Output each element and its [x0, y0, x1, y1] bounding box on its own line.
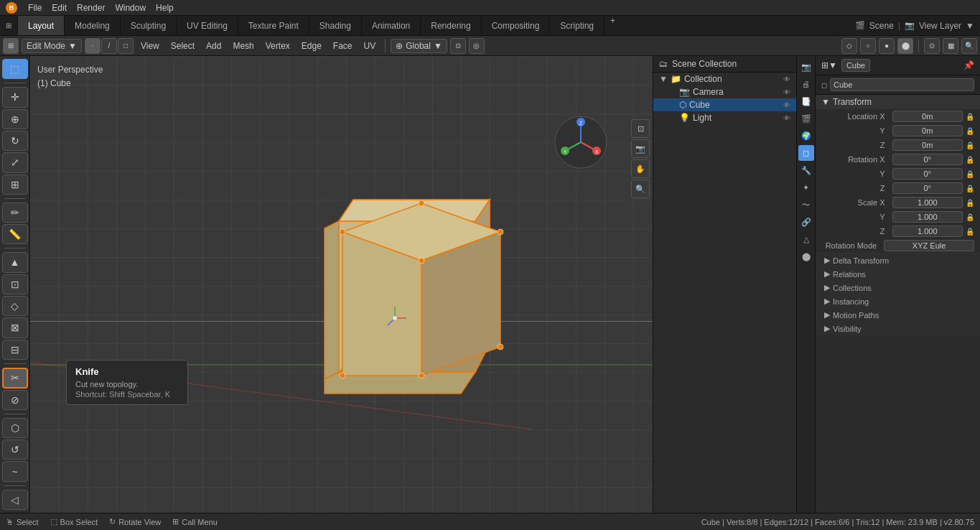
add-workspace-button[interactable]: + [605, 16, 621, 35]
tab-texture-paint[interactable]: Texture Paint [238, 16, 309, 35]
collection-eye-icon[interactable]: 👁 [783, 75, 790, 83]
tab-modeling[interactable]: Modeling [65, 16, 121, 35]
prop-tab-scene[interactable]: 🎬 [798, 111, 814, 126]
viewport-shading-1[interactable]: ◇ [841, 38, 857, 54]
scale-y-lock[interactable]: 🔒 [966, 213, 974, 221]
search-icon[interactable]: 🔍 [961, 38, 977, 54]
scale-z-value[interactable]: 1.000 [892, 226, 963, 237]
menu-help[interactable]: Help [151, 1, 179, 14]
camera-item[interactable]: 📷 Camera 👁 [653, 85, 796, 98]
tool-extrude[interactable]: ▲ [2, 252, 28, 272]
tab-icon-layout[interactable]: ⊞ [0, 16, 18, 35]
face-menu[interactable]: Face [329, 39, 357, 52]
prop-tab-world[interactable]: 🌍 [798, 128, 814, 144]
tool-annotate[interactable]: ✏ [2, 203, 28, 223]
prop-tab-data[interactable]: △ [798, 231, 814, 247]
tool-inset[interactable]: ⊡ [2, 274, 28, 294]
tool-scale[interactable]: ⤢ [2, 152, 28, 172]
add-menu[interactable]: Add [202, 39, 225, 52]
camera-perspective-icon[interactable]: ⊡ [631, 119, 650, 138]
rotation-z-value[interactable]: 0° [892, 182, 963, 194]
uv-menu[interactable]: UV [360, 39, 381, 52]
rotation-z-lock[interactable]: 🔒 [966, 185, 974, 192]
vertex-select-mode[interactable]: · [85, 38, 101, 54]
tab-rendering[interactable]: Rendering [421, 16, 481, 35]
xray-toggle[interactable]: ▦ [943, 38, 958, 54]
menu-render[interactable]: Render [72, 1, 110, 14]
scale-x-value[interactable]: 1.000 [892, 197, 963, 208]
tab-animation[interactable]: Animation [362, 16, 421, 35]
tool-measure[interactable]: 📏 [2, 224, 28, 244]
tab-scripting[interactable]: Scripting [550, 16, 605, 35]
viewport-shading-solid[interactable]: ⬤ [897, 38, 913, 54]
proportional-edit-icon[interactable]: ◎ [469, 38, 485, 54]
camera-view-icon[interactable]: 📷 [631, 139, 650, 158]
location-x-value[interactable]: 0m [892, 111, 963, 122]
menu-window[interactable]: Window [110, 1, 151, 14]
tool-bisect[interactable]: ⊘ [2, 390, 28, 410]
relations-section[interactable]: ▶ Relations [816, 267, 980, 281]
tool-poly-build[interactable]: ⬡ [2, 418, 28, 438]
viewport-shading-3[interactable]: ● [879, 38, 895, 54]
tool-smooth[interactable]: ~ [2, 461, 28, 481]
properties-type-dropdown[interactable]: ⊞▼ [821, 60, 837, 70]
prop-tab-render[interactable]: 📷 [798, 59, 814, 75]
scale-z-lock[interactable]: 🔒 [966, 228, 974, 236]
motion-paths-section[interactable]: ▶ Motion Paths [816, 308, 980, 322]
location-z-value[interactable]: 0m [892, 139, 963, 151]
prop-tab-output[interactable]: 🖨 [798, 76, 814, 92]
viewport-shading-2[interactable]: ○ [860, 38, 876, 54]
tool-bevel[interactable]: ◇ [2, 296, 28, 316]
tool-spin[interactable]: ↺ [2, 440, 28, 460]
face-select-mode[interactable]: □ [118, 38, 134, 54]
location-x-lock[interactable]: 🔒 [966, 113, 974, 121]
edge-select-mode[interactable]: / [101, 38, 117, 54]
prop-tab-view-layer[interactable]: 📑 [798, 93, 814, 109]
rotation-mode-dropdown[interactable]: XYZ Eule [884, 240, 974, 251]
properties-object-dropdown[interactable]: Cube [841, 59, 870, 72]
collections-section[interactable]: ▶ Collections [816, 281, 980, 294]
tab-sculpting[interactable]: Sculpting [121, 16, 177, 35]
light-item[interactable]: 💡 Light 👁 [653, 111, 796, 124]
tool-transform[interactable]: ⊞ [2, 175, 28, 195]
rotation-y-value[interactable]: 0° [892, 168, 963, 180]
zoom-icon[interactable]: 🔍 [631, 180, 650, 198]
cube-item[interactable]: ⬡ Cube 👁 [653, 98, 796, 111]
prop-tab-constraints[interactable]: 🔗 [798, 214, 814, 230]
prop-tab-material[interactable]: ⬤ [798, 248, 814, 264]
select-menu[interactable]: Select [167, 39, 199, 52]
prop-tab-object[interactable]: ◻ [798, 145, 814, 161]
tab-layout[interactable]: Layout [18, 16, 65, 35]
overlay-toggle[interactable]: ⊙ [924, 38, 940, 54]
view-layer-dropdown[interactable]: ▼ [966, 21, 974, 31]
tab-uv-editing[interactable]: UV Editing [177, 16, 238, 35]
rotation-y-lock[interactable]: 🔒 [966, 170, 974, 178]
rotation-x-value[interactable]: 0° [892, 154, 963, 165]
tool-offset-loop[interactable]: ⊟ [2, 340, 28, 360]
viewport[interactable]: User Perspective (1) Cube Z X Y [30, 56, 653, 513]
tab-compositing[interactable]: Compositing [482, 16, 551, 35]
transform-section-header[interactable]: ▼ Transform [816, 95, 980, 109]
hand-tool-icon[interactable]: ✋ [631, 159, 650, 178]
vertex-menu[interactable]: Vertex [261, 39, 294, 52]
rotation-x-lock[interactable]: 🔒 [966, 156, 974, 164]
instancing-section[interactable]: ▶ Instancing [816, 294, 980, 308]
editor-type-icon[interactable]: ⊞ [3, 38, 19, 54]
prop-tab-physics[interactable]: 〜 [798, 197, 814, 213]
scale-x-lock[interactable]: 🔒 [966, 199, 974, 207]
scale-y-value[interactable]: 1.000 [892, 211, 963, 223]
tool-select-box[interactable]: ⬚ [2, 59, 28, 79]
tool-knife[interactable]: ✂ [2, 368, 28, 389]
tool-cursor[interactable]: ✛ [2, 87, 28, 107]
prop-tab-modifier[interactable]: 🔧 [798, 162, 814, 178]
properties-pin-icon[interactable]: 📌 [963, 60, 974, 70]
tool-shear[interactable]: ◁ [2, 490, 28, 510]
visibility-section[interactable]: ▶ Visibility [816, 322, 980, 335]
orientation-gizmo[interactable]: Z X Y [552, 113, 610, 171]
tab-shading[interactable]: Shading [309, 16, 362, 35]
tool-rotate[interactable]: ↻ [2, 131, 28, 151]
view-menu[interactable]: View [136, 39, 164, 52]
light-eye-icon[interactable]: 👁 [783, 114, 790, 122]
tool-loop-cut[interactable]: ⊠ [2, 317, 28, 338]
location-y-value[interactable]: 0m [892, 125, 963, 136]
